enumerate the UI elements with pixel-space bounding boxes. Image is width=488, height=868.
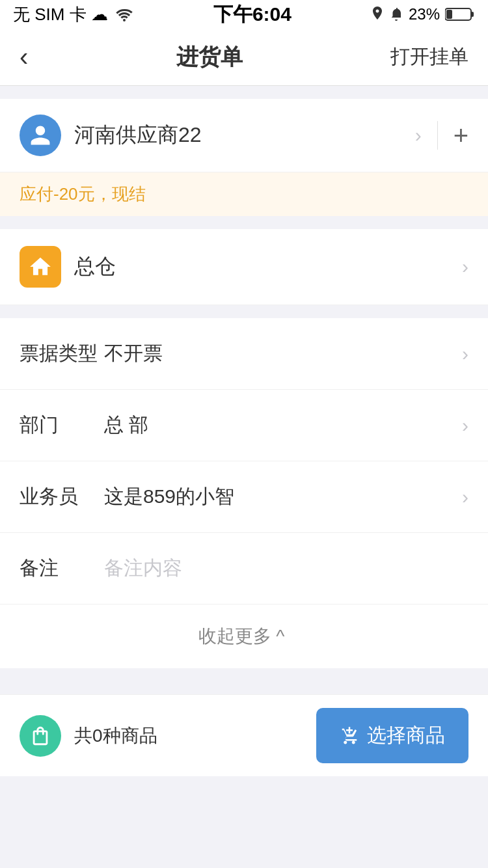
battery-label: 23% — [409, 5, 440, 23]
status-left: 无 SIM 卡 ☁ — [13, 3, 134, 26]
warehouse-label: 总仓 — [74, 252, 462, 281]
status-right: 23% — [371, 5, 475, 23]
select-product-label: 选择商品 — [367, 722, 445, 749]
form-section: 票据类型 不开票 › 部门 总 部 › 业务员 这是859的小智 › 备注 备注… — [0, 318, 488, 604]
divider — [437, 121, 438, 150]
salesperson-chevron: › — [462, 486, 468, 508]
department-chevron: › — [462, 414, 468, 437]
warehouse-chevron: › — [462, 256, 468, 278]
page-title: 进货单 — [176, 42, 243, 72]
warehouse-row[interactable]: 总仓 › — [0, 229, 488, 305]
location-icon — [371, 7, 384, 22]
separator-1 — [0, 86, 488, 99]
salesperson-value: 这是859的小智 — [104, 483, 462, 510]
remark-row[interactable]: 备注 备注内容 — [0, 533, 488, 604]
sim-label: 无 SIM 卡 ☁ — [13, 3, 108, 26]
invoice-type-chevron: › — [462, 343, 468, 365]
salesperson-row[interactable]: 业务员 这是859的小智 › — [0, 461, 488, 533]
svg-rect-2 — [446, 10, 452, 19]
shopping-bag-icon — [29, 725, 51, 747]
product-icon-wrap — [20, 715, 61, 757]
supplier-chevron: › — [415, 124, 422, 146]
notice-text: 应付-20元，现结 — [20, 184, 146, 204]
alarm-icon — [389, 7, 403, 22]
person-icon — [29, 124, 52, 147]
invoice-type-row[interactable]: 票据类型 不开票 › — [0, 318, 488, 390]
open-pending-button[interactable]: 打开挂单 — [390, 44, 468, 70]
separator-3 — [0, 305, 488, 318]
status-bar: 无 SIM 卡 ☁ 下午6:04 23% — [0, 0, 488, 29]
salesperson-key: 业务员 — [20, 483, 104, 510]
back-button[interactable]: ‹ — [20, 42, 28, 72]
department-value: 总 部 — [104, 412, 462, 439]
svg-rect-1 — [471, 12, 474, 17]
separator-4 — [0, 668, 488, 681]
supplier-name: 河南供应商22 — [74, 121, 415, 150]
remark-key: 备注 — [20, 555, 104, 582]
add-supplier-button[interactable]: + — [454, 122, 468, 148]
invoice-type-value: 不开票 — [104, 340, 462, 367]
warehouse-icon-wrap — [20, 246, 61, 288]
status-time: 下午6:04 — [213, 1, 291, 28]
cart-add-icon — [340, 726, 359, 746]
department-row[interactable]: 部门 总 部 › — [0, 390, 488, 461]
select-product-button[interactable]: 选择商品 — [316, 708, 468, 763]
nav-bar: ‹ 进货单 打开挂单 — [0, 29, 488, 86]
bottom-bar: 共0种商品 选择商品 — [0, 694, 488, 776]
supplier-card: 河南供应商22 › + 应付-20元，现结 — [0, 99, 488, 216]
separator-2 — [0, 216, 488, 229]
supplier-row[interactable]: 河南供应商22 › + — [0, 99, 488, 172]
notice-bar: 应付-20元，现结 — [0, 172, 488, 216]
invoice-type-key: 票据类型 — [20, 340, 104, 367]
supplier-avatar — [20, 115, 61, 156]
wifi-icon — [115, 7, 134, 21]
battery-icon — [445, 7, 475, 21]
collapse-label: 收起更多 ^ — [198, 624, 285, 649]
department-key: 部门 — [20, 412, 104, 439]
product-count: 共0种商品 — [74, 724, 316, 748]
remark-placeholder: 备注内容 — [104, 555, 468, 582]
collapse-row[interactable]: 收起更多 ^ — [0, 604, 488, 668]
warehouse-icon — [28, 254, 53, 279]
